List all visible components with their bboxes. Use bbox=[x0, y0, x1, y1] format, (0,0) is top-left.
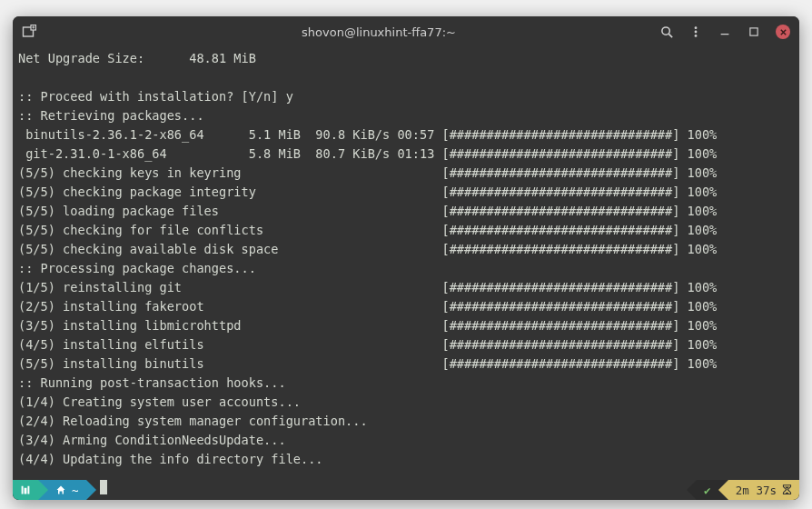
terminal-line: binutils-2.36.1-2-x86_64 5.1 MiB 90.8 Ki… bbox=[18, 125, 799, 145]
check-icon: ✔ bbox=[704, 484, 711, 497]
terminal-line: (5/5) checking for file conflicts [#####… bbox=[18, 221, 799, 240]
terminal-line bbox=[18, 68, 799, 87]
separator-icon bbox=[38, 480, 48, 500]
minimize-button[interactable] bbox=[718, 25, 732, 39]
statusbar: ~ ✔ 2m 37s bbox=[13, 480, 799, 500]
terminal-line: (3/5) installing libmicrohttpd [########… bbox=[18, 316, 799, 335]
svg-point-6 bbox=[695, 35, 698, 37]
terminal-line: (2/5) installing fakeroot [#############… bbox=[18, 297, 799, 316]
separator-icon bbox=[687, 480, 697, 500]
svg-line-3 bbox=[668, 34, 672, 37]
status-ok-segment: ✔ bbox=[697, 480, 718, 500]
svg-point-2 bbox=[661, 26, 668, 34]
terminal-line: (1/4) Creating system user accounts... bbox=[18, 393, 799, 412]
titlebar: shovon@linuxhint-ffa77:~ bbox=[13, 16, 799, 47]
terminal-line: git-2.31.0-1-x86_64 5.8 MiB 80.7 KiB/s 0… bbox=[18, 145, 799, 164]
terminal-line: (5/5) checking available disk space [###… bbox=[18, 240, 799, 259]
terminal-line: (4/5) installing elfutils [#############… bbox=[18, 335, 799, 354]
terminal-line: :: Retrieving packages... bbox=[18, 106, 799, 125]
terminal-line: :: Proceed with installation? [Y/n] y bbox=[18, 87, 799, 106]
new-tab-icon[interactable] bbox=[22, 25, 36, 39]
svg-point-5 bbox=[695, 31, 698, 34]
terminal-window: shovon@linuxhint-ffa77:~ Net Upgrade Siz… bbox=[13, 16, 799, 500]
terminal-line: (4/4) Updating the info directory file..… bbox=[18, 450, 799, 469]
svg-rect-8 bbox=[750, 28, 758, 35]
hourglass-icon bbox=[782, 484, 792, 496]
terminal-line: (3/4) Arming ConditionNeedsUpdate... bbox=[18, 431, 799, 450]
close-button[interactable] bbox=[776, 25, 790, 39]
elapsed-time: 2m 37s bbox=[736, 484, 777, 497]
prompt-cursor bbox=[100, 480, 107, 494]
cwd-label: ~ bbox=[72, 484, 79, 497]
terminal-output[interactable]: Net Upgrade Size: 48.81 MiB :: Proceed w… bbox=[13, 47, 799, 480]
svg-point-4 bbox=[695, 26, 698, 29]
elapsed-time-segment: 2m 37s bbox=[728, 480, 799, 500]
terminal-line: (5/5) checking keys in keyring [########… bbox=[18, 164, 799, 183]
separator-icon bbox=[86, 480, 96, 500]
distro-logo-segment[interactable] bbox=[13, 480, 38, 500]
maximize-button[interactable] bbox=[747, 25, 761, 39]
terminal-line: (1/5) reinstalling git [################… bbox=[18, 278, 799, 297]
menu-icon[interactable] bbox=[688, 25, 703, 39]
terminal-line: :: Processing package changes... bbox=[18, 259, 799, 278]
separator-icon bbox=[718, 480, 728, 500]
home-icon bbox=[55, 484, 66, 495]
terminal-line: (5/5) installing binutils [#############… bbox=[18, 354, 799, 374]
search-icon[interactable] bbox=[659, 25, 674, 39]
terminal-line: Net Upgrade Size: 48.81 MiB bbox=[18, 49, 799, 68]
terminal-line: (5/5) checking package integrity [######… bbox=[18, 183, 799, 202]
window-title: shovon@linuxhint-ffa77:~ bbox=[131, 25, 627, 39]
terminal-line: (2/4) Reloading system manager configura… bbox=[18, 412, 799, 431]
terminal-line: :: Running post-transaction hooks... bbox=[18, 374, 799, 393]
cwd-segment[interactable]: ~ bbox=[48, 480, 86, 500]
terminal-line: (5/5) loading package files [###########… bbox=[18, 202, 799, 221]
